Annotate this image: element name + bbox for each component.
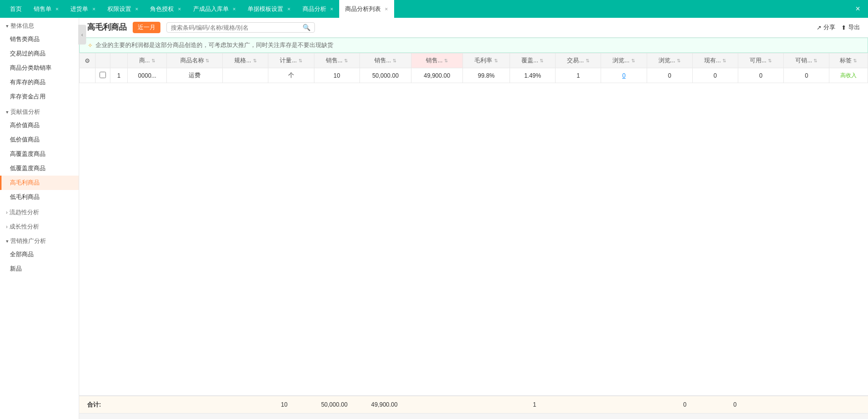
col-spec[interactable]: 规格... ⇅: [223, 53, 268, 68]
top-nav: 首页 销售单 × 进货单 × 权限设置 × 角色授权 × 产成品入库单 × 单据…: [0, 0, 868, 18]
nav-permission-settings-close[interactable]: ×: [135, 6, 138, 12]
sidebar-item-traded-goods[interactable]: 交易过的商品: [0, 47, 79, 61]
nav-sales-order[interactable]: 销售单 ×: [28, 0, 64, 18]
footer-gross-margin: [409, 401, 460, 408]
col-sellable[interactable]: 可销... ⇅: [784, 53, 829, 68]
row-settings: [80, 68, 96, 83]
row-index: 1: [110, 68, 128, 83]
nav-product-inbound[interactable]: 产成品入库单 ×: [187, 0, 242, 18]
col-name[interactable]: 商品名称 ⇅: [167, 53, 223, 68]
nav-sales-order-close[interactable]: ×: [55, 6, 58, 12]
sidebar-item-low-value[interactable]: 低价值商品: [0, 133, 79, 147]
info-banner: ✧ 企业的主要的利润都是这部分商品创造的，可考虑加大推广，同时关注库存是不要出现…: [79, 38, 868, 53]
sidebar-group-marketing[interactable]: ▾ 营销推广分析: [0, 233, 79, 247]
nav-product-analysis[interactable]: 商品分析 ×: [297, 0, 339, 18]
sidebar-item-low-margin[interactable]: 低毛利商品: [0, 190, 79, 204]
main-layout: ▾ 整体信息 销售类商品 交易过的商品 商品分类助销率 有库存的商品 库存资金占…: [0, 18, 868, 419]
nav-purchase-order[interactable]: 进货单 ×: [64, 0, 101, 18]
nav-template-settings-close[interactable]: ×: [287, 6, 290, 12]
export-button[interactable]: ⬆ 导出: [841, 23, 860, 32]
col-available[interactable]: 可用... ⇅: [738, 53, 784, 68]
sidebar-item-category-rate[interactable]: 商品分类助销率: [0, 61, 79, 75]
nav-purchase-order-close[interactable]: ×: [92, 6, 95, 12]
footer-sales-profit: 49,900.00: [359, 401, 409, 408]
sidebar: ▾ 整体信息 销售类商品 交易过的商品 商品分类助销率 有库存的商品 库存资金占…: [0, 18, 79, 419]
footer-cells: 10 50,000.00 49,900.00 1 0 0: [117, 401, 860, 408]
col-coverage[interactable]: 覆盖... ⇅: [510, 53, 556, 68]
nav-role-auth-close[interactable]: ×: [178, 6, 181, 12]
row-sales-profit: 49,900.00: [411, 68, 462, 83]
row-sales-qty: 10: [314, 68, 359, 83]
nav-role-auth[interactable]: 角色授权 ×: [144, 0, 187, 18]
row-name: 运费: [167, 68, 223, 83]
table-footer: 合计: 10 50,000.00 49,900.00 1 0 0: [79, 395, 868, 413]
nav-template-settings[interactable]: 单据模板设置 ×: [242, 0, 296, 18]
nav-product-analysis-close[interactable]: ×: [330, 6, 333, 12]
share-button[interactable]: ↗ 分享: [817, 23, 835, 32]
col-code[interactable]: 商... ⇅: [128, 53, 167, 68]
col-sales-amount[interactable]: 销售... ⇅: [359, 53, 411, 68]
filter-recent-month-button[interactable]: 近一月: [133, 22, 160, 33]
footer-coverage: [460, 401, 510, 408]
share-icon: ↗: [817, 24, 821, 31]
row-checkbox-input[interactable]: [100, 72, 106, 78]
nav-product-inbound-close[interactable]: ×: [233, 6, 236, 12]
expand-arrow-growth: ›: [6, 224, 7, 230]
sidebar-item-high-margin[interactable]: 高毛利商品: [0, 176, 79, 190]
sidebar-toggle-button[interactable]: ‹: [78, 25, 86, 45]
sidebar-item-in-stock-goods[interactable]: 有库存的商品: [0, 75, 79, 90]
window-close-button[interactable]: ×: [852, 4, 864, 13]
sidebar-item-high-coverage[interactable]: 高覆盖度商品: [0, 147, 79, 161]
footer-tag: [810, 401, 860, 408]
sidebar-group-trend[interactable]: › 流趋性分析: [0, 204, 79, 219]
col-browse2[interactable]: 浏览... ⇅: [647, 53, 692, 68]
col-tag[interactable]: 标签 ⇅: [829, 53, 868, 68]
col-browse1[interactable]: 浏览... ⇅: [601, 53, 647, 68]
footer-spacer-1: [117, 401, 259, 408]
row-browse1[interactable]: 0: [601, 68, 647, 83]
col-settings[interactable]: ⚙: [80, 53, 96, 68]
header-actions: ↗ 分享 ⬆ 导出: [817, 23, 860, 32]
row-available: 0: [738, 68, 784, 83]
table-container: ⚙ 商... ⇅ 商品名称 ⇅ 规格... ⇅ 计量... ⇅ 销售... ⇅ …: [79, 53, 868, 395]
row-tag: 高收入: [829, 68, 868, 83]
footer-sales-amount: 50,000.00: [309, 401, 359, 408]
col-current-stock[interactable]: 现有... ⇅: [692, 53, 738, 68]
col-transaction[interactable]: 交易... ⇅: [556, 53, 601, 68]
nav-home[interactable]: 首页: [4, 0, 28, 18]
search-icon[interactable]: 🔍: [303, 24, 310, 31]
row-browse2: 0: [647, 68, 692, 83]
footer-available: 0: [710, 401, 760, 408]
sidebar-item-all-goods[interactable]: 全部商品: [0, 247, 79, 262]
footer-sellable: [760, 401, 810, 408]
col-gross-margin[interactable]: 毛利率 ⇅: [462, 53, 510, 68]
sidebar-group-contribution[interactable]: ▾ 贡献值分析: [0, 104, 79, 118]
row-spec: [223, 68, 268, 83]
sidebar-group-overall[interactable]: ▾ 整体信息: [0, 18, 79, 32]
footer-transaction: 1: [510, 401, 560, 408]
horizontal-scrollbar[interactable]: [79, 413, 868, 419]
sidebar-item-new-goods[interactable]: 新品: [0, 262, 79, 276]
nav-product-analysis-list[interactable]: 商品分析列表 ×: [339, 0, 394, 18]
footer-label: 合计:: [87, 401, 117, 409]
row-current-stock: 0: [692, 68, 738, 83]
col-unit[interactable]: 计量... ⇅: [268, 53, 314, 68]
footer-current-stock: 0: [660, 401, 710, 408]
row-sales-amount: 50,000.00: [359, 68, 411, 83]
table-header-row: ⚙ 商... ⇅ 商品名称 ⇅ 规格... ⇅ 计量... ⇅ 销售... ⇅ …: [80, 53, 868, 68]
search-input[interactable]: [171, 24, 303, 31]
sidebar-group-growth[interactable]: › 成长性分析: [0, 219, 79, 233]
nav-permission-settings[interactable]: 权限设置 ×: [102, 0, 144, 18]
table-row: 1 0000... 运费 个 10 50,000.00 49,900.00 99…: [80, 68, 868, 83]
row-checkbox[interactable]: [96, 68, 110, 83]
row-gross-margin: 99.8%: [462, 68, 510, 83]
sidebar-item-sales-goods[interactable]: 销售类商品: [0, 32, 79, 47]
search-box: 🔍: [166, 22, 315, 33]
col-sales-profit[interactable]: 销售... ⇅: [411, 53, 462, 68]
sidebar-item-high-value[interactable]: 高价值商品: [0, 118, 79, 133]
sidebar-item-low-coverage[interactable]: 低覆盖度商品: [0, 161, 79, 176]
col-sales-qty[interactable]: 销售... ⇅: [314, 53, 359, 68]
info-icon: ✧: [88, 42, 93, 49]
sidebar-item-stock-capital[interactable]: 库存资金占用: [0, 90, 79, 104]
nav-product-analysis-list-close[interactable]: ×: [385, 6, 388, 12]
